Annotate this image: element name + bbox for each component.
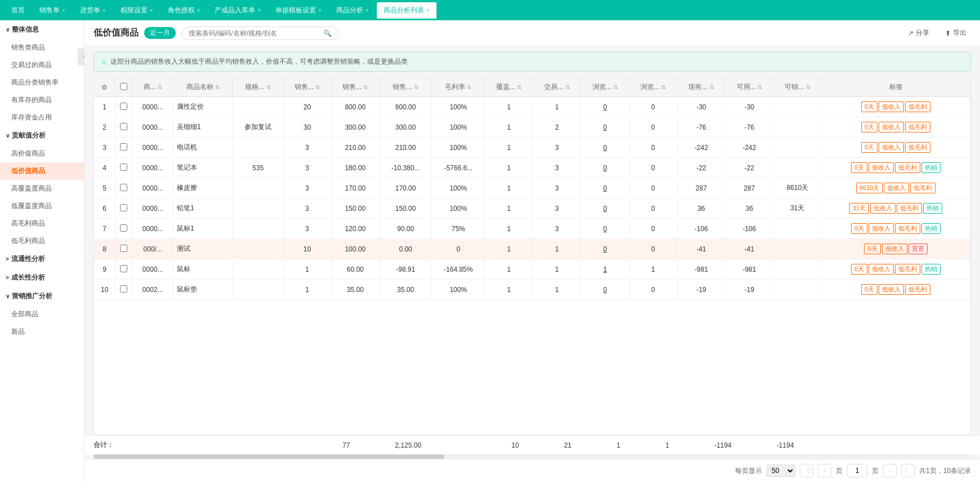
sidebar-section-overall[interactable]: ∨ 整体信息 <box>0 20 84 39</box>
nav-permissions-close[interactable]: × <box>150 7 153 14</box>
share-btn[interactable]: ↗ 分享 <box>903 26 934 40</box>
sidebar-collapse-btn[interactable]: 《 <box>78 48 84 65</box>
sidebar-item-low-value[interactable]: 低价值商品 <box>0 162 84 180</box>
row-checkbox[interactable] <box>120 184 127 191</box>
browse1-link[interactable]: 0 <box>603 205 607 213</box>
next-page-btn[interactable]: › <box>883 464 897 477</box>
scrollbar-thumb[interactable] <box>93 454 444 459</box>
sidebar-section-growth[interactable]: > 成长性分析 <box>0 268 84 287</box>
sidebar-section-marketing[interactable]: ∨ 营销推广分析 <box>0 287 84 306</box>
col-spec[interactable]: 规格... ⇅ <box>233 78 283 97</box>
last-page-btn[interactable]: 》 <box>901 464 915 477</box>
search-icon[interactable]: 🔍 <box>323 29 332 37</box>
export-btn[interactable]: ⬆ 导出 <box>941 26 971 40</box>
cell-checkbox[interactable] <box>115 117 132 138</box>
col-current[interactable]: 现有... ⇅ <box>677 78 725 97</box>
nav-stock-in[interactable]: 产成品入库单 × <box>208 2 268 19</box>
browse1-link[interactable]: 0 <box>603 103 607 111</box>
col-sales-amount[interactable]: 销售... ⇅ <box>331 78 379 97</box>
col-coverage[interactable]: 覆盖... ⇅ <box>485 78 533 97</box>
sidebar-item-sales-goods[interactable]: 销售类商品 <box>0 39 84 56</box>
nav-goods-analysis-close[interactable]: × <box>366 7 369 14</box>
sidebar-section-liquidity[interactable]: > 流通性分析 <box>0 250 84 268</box>
browse1-link[interactable]: 0 <box>603 144 607 152</box>
sidebar-item-stock-funds[interactable]: 库存资金占用 <box>0 109 84 126</box>
col-available[interactable]: 可用... ⇅ <box>725 78 773 97</box>
col-saleable[interactable]: 可销... ⇅ <box>773 78 821 97</box>
sidebar-item-all-goods[interactable]: 全部商品 <box>0 306 84 323</box>
nav-roles-close[interactable]: × <box>197 7 201 14</box>
cell-coverage: 1 <box>485 158 533 178</box>
table-scrollbar[interactable] <box>93 454 971 459</box>
cell-checkbox[interactable] <box>115 259 132 280</box>
sidebar-item-low-coverage[interactable]: 低覆盖度商品 <box>0 197 84 215</box>
browse1-link[interactable]: 1 <box>603 266 607 273</box>
browse1-link[interactable]: 0 <box>603 164 607 172</box>
cell-checkbox[interactable] <box>115 138 132 158</box>
sidebar-item-high-value[interactable]: 高价值商品 <box>0 145 84 162</box>
row-checkbox[interactable] <box>120 285 127 293</box>
select-all-checkbox[interactable] <box>120 83 127 90</box>
row-checkbox[interactable] <box>120 103 127 110</box>
browse1-link[interactable]: 0 <box>603 123 607 131</box>
row-checkbox[interactable] <box>120 245 127 252</box>
sidebar-item-high-coverage[interactable]: 高覆盖度商品 <box>0 180 84 197</box>
sidebar-item-low-margin[interactable]: 低毛利商品 <box>0 232 84 250</box>
cell-checkbox[interactable] <box>115 280 132 300</box>
row-checkbox[interactable] <box>120 143 127 151</box>
first-page-btn[interactable]: 《 <box>800 464 813 477</box>
cell-checkbox[interactable] <box>115 178 132 198</box>
cell-qty: 30 <box>283 117 331 138</box>
col-gross-rate[interactable]: 毛利率 ⇅ <box>432 78 485 97</box>
nav-template-close[interactable]: × <box>318 7 322 14</box>
nav-roles[interactable]: 角色授权 × <box>161 2 207 19</box>
nav-goods-list-close[interactable]: × <box>426 7 430 14</box>
sidebar-item-new-goods[interactable]: 新品 <box>0 323 84 341</box>
sidebar-item-stocked-goods[interactable]: 有库存的商品 <box>0 91 84 109</box>
row-checkbox[interactable] <box>120 163 127 171</box>
row-checkbox[interactable] <box>120 123 127 130</box>
nav-sales[interactable]: 销售单 × <box>33 2 72 19</box>
per-page-select[interactable]: 50 100 200 <box>767 465 795 477</box>
col-browse2[interactable]: 浏览... ⇅ <box>629 78 677 97</box>
nav-purchase-close[interactable]: × <box>103 7 106 14</box>
cell-checkbox[interactable] <box>115 219 132 239</box>
tag-low-income: 低收入 <box>868 223 894 234</box>
cell-checkbox[interactable] <box>115 158 132 178</box>
nav-stock-close[interactable]: × <box>257 7 261 14</box>
row-checkbox[interactable] <box>120 265 127 272</box>
nav-home[interactable]: 首页 <box>5 2 32 19</box>
page-input[interactable] <box>847 464 867 477</box>
nav-template[interactable]: 单据模板设置 × <box>269 2 328 19</box>
sidebar-item-category-rate[interactable]: 商品分类销售率 <box>0 74 84 91</box>
time-filter-btn[interactable]: 近一月 <box>144 27 176 39</box>
sidebar-section-contribution[interactable]: ∨ 贡献值分析 <box>0 126 84 145</box>
col-name[interactable]: 商品名称 ⇅ <box>173 78 233 97</box>
col-sales-qty[interactable]: 销售... ⇅ <box>283 78 331 97</box>
col-browse1[interactable]: 浏览... ⇅ <box>581 78 629 97</box>
sidebar-item-high-margin[interactable]: 高毛利商品 <box>0 215 84 232</box>
col-settings[interactable]: ⚙ <box>94 78 115 97</box>
cell-checkbox[interactable] <box>115 239 132 259</box>
nav-goods-analysis[interactable]: 商品分析 × <box>329 2 376 19</box>
cell-coverage: 1 <box>485 138 533 158</box>
cell-checkbox[interactable] <box>115 97 132 117</box>
browse1-link[interactable]: 0 <box>603 225 607 233</box>
col-transactions[interactable]: 交易... ⇅ <box>533 78 581 97</box>
nav-purchase[interactable]: 进货单 × <box>73 2 113 19</box>
row-checkbox[interactable] <box>120 224 127 232</box>
nav-permissions[interactable]: 权限设置 × <box>114 2 160 19</box>
row-checkbox[interactable] <box>120 204 127 211</box>
search-input[interactable] <box>189 29 320 37</box>
col-code[interactable]: 商... ⇅ <box>132 78 173 97</box>
nav-sales-close[interactable]: × <box>62 7 65 14</box>
browse1-link[interactable]: 0 <box>603 184 607 192</box>
nav-goods-list[interactable]: 商品分析列表 × <box>377 2 436 19</box>
col-sales-gross[interactable]: 销售... ⇅ <box>379 78 431 97</box>
cell-checkbox[interactable] <box>115 198 132 219</box>
sidebar-item-traded-goods[interactable]: 交易过的商品 <box>0 56 84 74</box>
cell-name: 测试 <box>173 239 233 259</box>
prev-page-btn[interactable]: ‹ <box>818 464 831 477</box>
browse1-link[interactable]: 0 <box>603 286 607 294</box>
browse1-link[interactable]: 0 <box>603 245 607 253</box>
